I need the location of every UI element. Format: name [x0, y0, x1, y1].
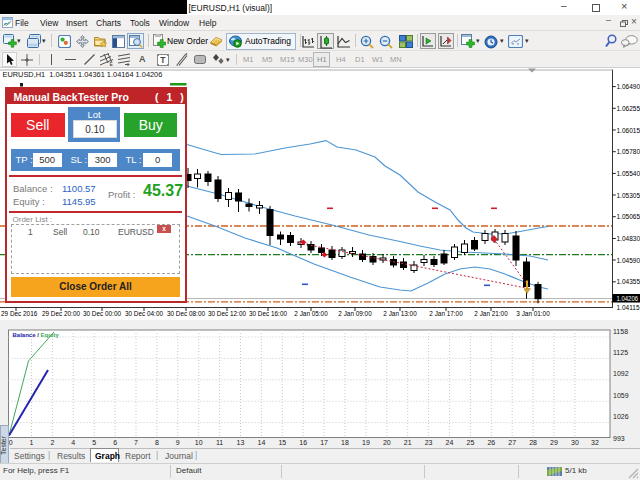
- svg-text:21: 21: [404, 439, 412, 446]
- svg-text:1092: 1092: [613, 370, 629, 377]
- svg-text:29: 29: [550, 439, 558, 446]
- svg-text:6: 6: [113, 439, 117, 446]
- svg-text:8: 8: [155, 439, 159, 446]
- svg-text:32: 32: [591, 439, 599, 446]
- svg-text:14: 14: [258, 439, 266, 446]
- svg-text:27: 27: [508, 439, 516, 446]
- svg-text:Balance / Equity: Balance / Equity: [13, 332, 60, 338]
- svg-text:13: 13: [237, 439, 245, 446]
- svg-text:0: 0: [9, 439, 13, 446]
- svg-text:1059: 1059: [613, 392, 629, 399]
- svg-text:16: 16: [299, 439, 307, 446]
- svg-text:23: 23: [425, 439, 433, 446]
- svg-text:5: 5: [92, 439, 96, 446]
- svg-text:7: 7: [134, 439, 138, 446]
- svg-text:993: 993: [613, 435, 625, 442]
- svg-text:1.04206: 1.04206: [617, 295, 639, 302]
- svg-text:28: 28: [529, 439, 537, 446]
- svg-text:20: 20: [383, 439, 391, 446]
- svg-text:1158: 1158: [613, 328, 628, 335]
- svg-text:17: 17: [320, 439, 328, 446]
- svg-text:1026: 1026: [613, 413, 629, 420]
- svg-text:2: 2: [50, 439, 54, 446]
- svg-text:18: 18: [341, 439, 349, 446]
- svg-text:1125: 1125: [613, 349, 628, 356]
- svg-text:30: 30: [571, 439, 579, 446]
- svg-text:4: 4: [71, 439, 75, 446]
- svg-text:15: 15: [278, 439, 286, 446]
- svg-text:24: 24: [446, 439, 454, 446]
- svg-text:1: 1: [30, 439, 34, 446]
- svg-text:T: T: [160, 55, 166, 65]
- svg-text:9: 9: [176, 439, 180, 446]
- svg-text:11: 11: [216, 439, 223, 446]
- svg-text:E: E: [110, 61, 114, 67]
- svg-text:25: 25: [467, 439, 475, 446]
- svg-text:19: 19: [362, 439, 370, 446]
- svg-text:26: 26: [487, 439, 495, 446]
- svg-text:10: 10: [195, 439, 203, 446]
